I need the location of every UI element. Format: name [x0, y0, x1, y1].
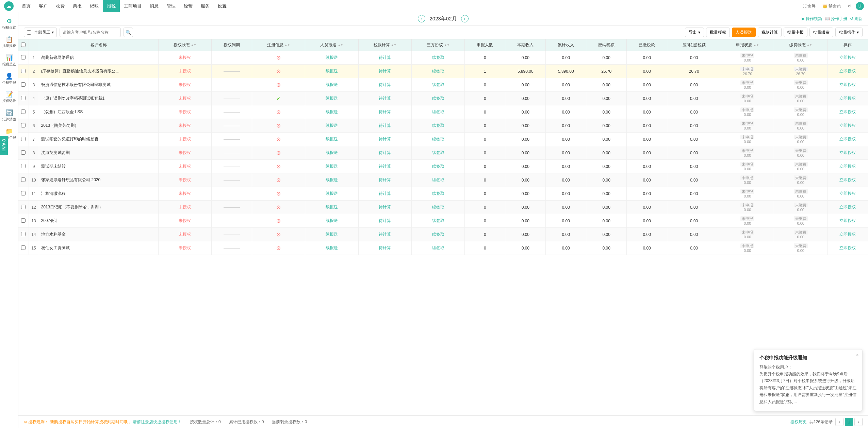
action-link[interactable]: 立即授权 — [839, 177, 856, 182]
personnel-report-link[interactable]: 续报送 — [326, 177, 338, 182]
triparty-link[interactable]: 续签取 — [432, 177, 444, 182]
sidebar-item-汇算清缴[interactable]: 🔄汇算清缴 — [1, 107, 18, 124]
search-button[interactable]: 🔍 — [124, 28, 133, 37]
nav-item-消息[interactable]: 消息 — [146, 0, 163, 12]
action-link[interactable]: 立即授权 — [839, 123, 856, 128]
member-button[interactable]: 👑 畅会员 — [820, 2, 843, 10]
tax-calc-link[interactable]: 待计算 — [379, 164, 391, 169]
tax-calc-link[interactable]: 待计算 — [379, 109, 391, 114]
row-checkbox[interactable] — [21, 232, 26, 236]
triparty-link[interactable]: 续签取 — [432, 123, 444, 128]
triparty-link[interactable]: 续签取 — [432, 55, 444, 60]
action-link[interactable]: 立即授权 — [839, 55, 856, 60]
personnel-report-link[interactable]: 续报送 — [326, 123, 338, 128]
personnel-report-link[interactable]: 续报送 — [326, 69, 338, 73]
sidebar-item-报税设置[interactable]: ⚙报税设置 — [1, 15, 18, 32]
sidebar-item-报税记录[interactable]: 📝报税记录 — [1, 88, 18, 105]
sidebar-item-批量报税[interactable]: 📋批量报税 — [1, 33, 18, 50]
row-checkbox[interactable] — [21, 82, 26, 87]
page-1-button[interactable]: 1 — [845, 418, 853, 426]
row-checkbox[interactable] — [21, 109, 26, 114]
triparty-link[interactable]: 续签取 — [432, 150, 444, 155]
triparty-link[interactable]: 续签取 — [432, 218, 444, 223]
tax-calc-link[interactable]: 待计算 — [379, 123, 391, 128]
action-link[interactable]: 立即授权 — [839, 150, 856, 155]
tax-calc-link[interactable]: 待计算 — [379, 177, 391, 182]
triparty-link[interactable]: 续签取 — [432, 109, 444, 114]
tax-calc-link[interactable]: 待计算 — [379, 232, 391, 237]
tax-calc-link[interactable]: 待计算 — [379, 191, 391, 196]
nav-item-报税[interactable]: 报税 — [103, 0, 120, 12]
action-link[interactable]: 立即授权 — [839, 164, 856, 169]
action-link[interactable]: 立即授权 — [839, 82, 856, 87]
nav-item-设置[interactable]: 设置 — [214, 0, 231, 12]
header-select-all[interactable] — [21, 42, 26, 47]
auth-history-link[interactable]: 授权历史 — [790, 419, 807, 425]
sidebar-item-个税申报[interactable]: 👤个税申报 — [1, 70, 18, 87]
tax-calc-link[interactable]: 待计算 — [379, 55, 391, 60]
nav-item-首页[interactable]: 首页 — [18, 0, 35, 12]
refresh-button[interactable]: ↺ — [846, 3, 853, 9]
action-link[interactable]: 立即授权 — [839, 245, 856, 250]
triparty-link[interactable]: 续签取 — [432, 69, 444, 73]
action-link[interactable]: 立即授权 — [839, 69, 856, 73]
employee-select[interactable]: 全部员工 ▾ — [24, 28, 57, 37]
fullscreen-button[interactable]: ⛶ 全屏 — [800, 2, 818, 10]
nav-item-工商项目[interactable]: 工商项目 — [120, 0, 146, 12]
user-avatar[interactable]: U — [856, 2, 864, 10]
personnel-report-link[interactable]: 续报送 — [326, 218, 338, 223]
tax-calc-link[interactable]: 待计算 — [379, 69, 391, 73]
personnel-report-link[interactable]: 续报送 — [326, 191, 338, 196]
sidebar-item-报税总览[interactable]: 📊报税总览 — [1, 52, 18, 69]
triparty-link[interactable]: 续签取 — [432, 82, 444, 87]
personnel-report-link[interactable]: 续报送 — [326, 55, 338, 60]
nav-item-管理[interactable]: 管理 — [163, 0, 180, 12]
nav-item-服务[interactable]: 服务 — [197, 0, 214, 12]
personnel-report-link[interactable]: 续报送 — [326, 245, 338, 250]
prev-month-button[interactable]: ‹ — [418, 15, 425, 22]
personnel-report-link[interactable]: 续报送 — [326, 164, 338, 169]
personnel-report-link[interactable]: 续报送 — [326, 205, 338, 209]
triparty-link[interactable]: 续签取 — [432, 191, 444, 196]
tax-calc-link[interactable]: 待计算 — [379, 205, 391, 209]
action-link[interactable]: 立即授权 — [839, 205, 856, 209]
triparty-link[interactable]: 续签取 — [432, 164, 444, 169]
nav-item-记账[interactable]: 记账 — [86, 0, 103, 12]
triparty-link[interactable]: 续签取 — [432, 245, 444, 250]
personnel-report-link[interactable]: 续报送 — [326, 150, 338, 155]
search-input[interactable] — [60, 28, 121, 37]
tax-calc-button[interactable]: 税款计算 — [758, 28, 782, 37]
export-button[interactable]: 导出 ▾ — [685, 28, 704, 37]
next-page-button[interactable]: › — [854, 418, 863, 426]
row-checkbox[interactable] — [21, 69, 26, 73]
action-link[interactable]: 立即授权 — [839, 96, 856, 101]
action-link[interactable]: 立即授权 — [839, 218, 856, 223]
action-link[interactable]: 立即授权 — [839, 191, 856, 196]
row-checkbox[interactable] — [21, 150, 26, 155]
batch-ops-button[interactable]: 批量操作 ▾ — [835, 28, 863, 37]
personnel-report-link[interactable]: 续报送 — [326, 232, 338, 237]
row-checkbox[interactable] — [21, 191, 26, 195]
nav-item-收费[interactable]: 收费 — [52, 0, 69, 12]
row-checkbox[interactable] — [21, 177, 26, 182]
action-link[interactable]: 立即授权 — [839, 137, 856, 141]
action-link[interactable]: 立即授权 — [839, 109, 856, 114]
triparty-link[interactable]: 续签取 — [432, 96, 444, 101]
triparty-link[interactable]: 续签取 — [432, 232, 444, 237]
triparty-link[interactable]: 续签取 — [432, 205, 444, 209]
personnel-report-link[interactable]: 续报送 — [326, 109, 338, 114]
tax-calc-link[interactable]: 待计算 — [379, 150, 391, 155]
row-checkbox[interactable] — [21, 137, 26, 141]
batch-report-button[interactable]: 批量申报 — [784, 28, 807, 37]
operation-manual-link[interactable]: 📖 操作手册 — [825, 16, 847, 22]
nav-item-票报[interactable]: 票报 — [69, 0, 86, 12]
personnel-report-button[interactable]: 人员报送 — [732, 28, 756, 37]
batch-auth-button[interactable]: 批量授权 — [706, 28, 730, 37]
row-checkbox[interactable] — [21, 205, 26, 209]
prev-page-button[interactable]: ‹ — [835, 418, 844, 426]
triparty-link[interactable]: 续签取 — [432, 137, 444, 141]
warning-link[interactable]: 请前往云店快捷授权使用！ — [133, 420, 182, 424]
nav-item-经营[interactable]: 经营 — [180, 0, 197, 12]
row-checkbox[interactable] — [21, 123, 26, 127]
tax-calc-link[interactable]: 待计算 — [379, 96, 391, 101]
